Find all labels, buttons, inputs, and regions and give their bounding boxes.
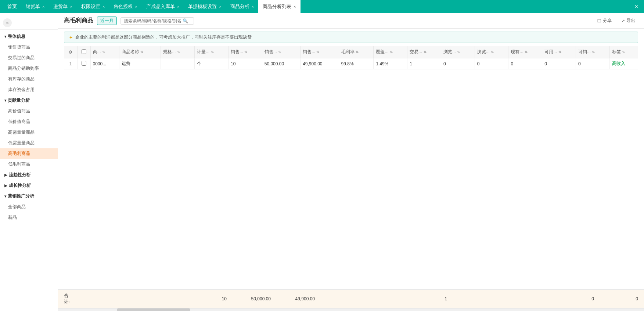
- close-nav-permissions[interactable]: ×: [102, 4, 105, 9]
- cell-num: 1: [64, 58, 77, 69]
- info-banner: ✦ 企业的主要的利润都是这部分商品创造的，可考虑加大推广，同时关注库存是不要出现…: [64, 32, 638, 43]
- share-icon: ❐: [597, 18, 601, 23]
- arrow-right-icon2: ▶: [4, 184, 7, 188]
- top-navigation: 首页 销货单 × 进货单 × 权限设置 × 角色授权 × 产成品入库单 × 单据…: [0, 0, 644, 13]
- nav-roles[interactable]: 角色授权 ×: [109, 0, 141, 13]
- footer-available: 0: [572, 296, 594, 301]
- nav-product-inbound[interactable]: 产成品入库单 ×: [142, 0, 184, 13]
- nav-analysis-list[interactable]: 商品分析列表 ×: [258, 0, 300, 13]
- sort-icon15: ⇅: [592, 50, 595, 54]
- sidebar-item-high-demand[interactable]: 高需量量商品: [0, 127, 58, 138]
- sidebar-item-inventory-capital[interactable]: 库存资金占用: [0, 84, 58, 95]
- sidebar-group-flow[interactable]: ▶ 流趋性分析: [0, 170, 58, 180]
- sidebar-item-low-demand[interactable]: 低需量量商品: [0, 138, 58, 148]
- close-nav-template[interactable]: ×: [219, 4, 221, 9]
- col-transactions[interactable]: 交易... ⇅: [407, 46, 441, 58]
- search-box: 🔍: [120, 17, 194, 25]
- sort-icon14: ⇅: [558, 50, 561, 54]
- col-sales-qty[interactable]: 销售... ⇅: [228, 46, 262, 58]
- sort-icon12: ⇅: [491, 50, 494, 54]
- cell-sales-cost: 49,900.00: [301, 58, 339, 69]
- col-unit[interactable]: 计量... ⇅: [195, 46, 229, 58]
- col-checkbox[interactable]: [77, 46, 90, 58]
- cell-tag: 高收入: [609, 58, 638, 69]
- sort-icon4: ⇅: [211, 50, 214, 54]
- close-nav-purchase[interactable]: ×: [70, 4, 72, 9]
- arrow-icon: ▾: [4, 98, 6, 102]
- col-browse1[interactable]: 浏览... ⇅: [441, 46, 475, 58]
- sidebar-item-new-goods[interactable]: 新品: [0, 212, 58, 223]
- nav-template[interactable]: 单据模板设置 ×: [184, 0, 226, 13]
- col-gross-rate[interactable]: 毛利率 ⇅: [339, 46, 374, 58]
- cell-unit: 个: [195, 58, 229, 69]
- footer-sales-qty: 10: [205, 296, 227, 301]
- export-button[interactable]: ↗ 导出: [618, 16, 638, 25]
- nav-home[interactable]: 首页: [3, 0, 21, 13]
- sidebar-item-in-stock-goods[interactable]: 有库存的商品: [0, 74, 58, 84]
- close-nav-analysis-list[interactable]: ×: [294, 4, 296, 9]
- close-nav-product-inbound[interactable]: ×: [177, 4, 179, 9]
- share-button[interactable]: ❐ 分享: [594, 16, 615, 25]
- arrow-icon2: ▾: [4, 194, 6, 198]
- nav-permissions[interactable]: 权限设置 ×: [77, 0, 109, 13]
- close-nav-analysis[interactable]: ×: [252, 4, 254, 9]
- sidebar-collapse-button[interactable]: «: [3, 18, 12, 27]
- sidebar-item-sales-goods[interactable]: 销售货商品: [0, 42, 58, 53]
- sidebar-group-contribution[interactable]: ▾ 贡献量分析: [0, 95, 58, 106]
- sidebar-item-high-margin[interactable]: 高毛利商品: [0, 148, 58, 159]
- sort-icon11: ⇅: [457, 50, 460, 54]
- cell-code: 0000...: [90, 58, 119, 69]
- table-header-row: ⚙ 商... ⇅ 商品名称 ⇅: [64, 46, 638, 58]
- sort-icon13: ⇅: [525, 50, 528, 54]
- cell-browse2: 0: [475, 58, 508, 69]
- sort-icon2: ⇅: [140, 50, 143, 54]
- row-checkbox[interactable]: [82, 61, 86, 66]
- nav-purchase[interactable]: 进货单 ×: [49, 0, 76, 13]
- cell-sales-qty: 10: [228, 58, 262, 69]
- col-sales-cost[interactable]: 销售... ⇅: [301, 46, 339, 58]
- col-tag[interactable]: 标签 ⇅: [609, 46, 638, 58]
- sidebar-item-all-goods[interactable]: 全部商品: [0, 202, 58, 212]
- col-sales-amount[interactable]: 销售... ⇅: [262, 46, 300, 58]
- col-name[interactable]: 商品名称 ⇅: [119, 46, 161, 58]
- col-browse2[interactable]: 浏览... ⇅: [475, 46, 508, 58]
- sidebar-item-traded-goods[interactable]: 交易过的商品: [0, 53, 58, 63]
- sidebar-item-low-margin[interactable]: 低毛利商品: [0, 159, 58, 170]
- sidebar-group-overall[interactable]: ▾ 整体信息: [0, 31, 58, 42]
- content-area: 高毛利商品 近一月 🔍 ❐ 分享 ↗ 导出 ✦ 企业的主要的利润都是这部分商品创…: [58, 13, 644, 311]
- window-close-button[interactable]: ×: [632, 3, 641, 10]
- export-icon: ↗: [621, 18, 625, 23]
- sidebar-item-distribution-rate[interactable]: 商品分销助购率: [0, 63, 58, 74]
- col-available[interactable]: 可用... ⇅: [542, 46, 576, 58]
- sort-icon3: ⇅: [177, 50, 180, 54]
- main-layout: « ▾ 整体信息 销售货商品 交易过的商品 商品分销助购率 有库存的商品 库存资…: [0, 13, 644, 311]
- search-input[interactable]: [124, 18, 183, 23]
- col-settings[interactable]: ⚙: [64, 46, 77, 58]
- close-nav-sales[interactable]: ×: [42, 4, 44, 9]
- date-filter-button[interactable]: 近一月: [97, 17, 117, 25]
- col-saleable[interactable]: 可销... ⇅: [576, 46, 610, 58]
- footer-sales-cost: 49,900.00: [293, 296, 315, 301]
- cell-checkbox[interactable]: [77, 58, 90, 69]
- search-icon[interactable]: 🔍: [183, 18, 188, 23]
- cell-spec: [161, 58, 195, 69]
- sidebar-group-marketing[interactable]: ▾ 营销推广分析: [0, 191, 58, 202]
- nav-sales[interactable]: 销货单 ×: [21, 0, 49, 13]
- sidebar-item-low-value[interactable]: 低价值商品: [0, 116, 58, 127]
- nav-analysis[interactable]: 商品分析 ×: [226, 0, 258, 13]
- content-header: 高毛利商品 近一月 🔍 ❐ 分享 ↗ 导出: [58, 13, 644, 29]
- sidebar-item-high-value[interactable]: 高价值商品: [0, 106, 58, 116]
- cell-browse1[interactable]: 0: [441, 58, 475, 69]
- page-title: 高毛利商品: [64, 17, 93, 25]
- sidebar-group-growth[interactable]: ▶ 成长性分析: [0, 180, 58, 191]
- col-code[interactable]: 商... ⇅: [90, 46, 119, 58]
- col-spec[interactable]: 规格... ⇅: [161, 46, 195, 58]
- arrow-right-icon: ▶: [4, 173, 7, 177]
- col-coverage[interactable]: 覆盖... ⇅: [374, 46, 407, 58]
- col-current-stock[interactable]: 现有... ⇅: [508, 46, 542, 58]
- cell-name: 运费: [119, 58, 161, 69]
- close-nav-roles[interactable]: ×: [135, 4, 137, 9]
- scrollbar-thumb[interactable]: [117, 308, 190, 311]
- horizontal-scrollbar[interactable]: [58, 308, 644, 311]
- select-all-checkbox[interactable]: [82, 49, 86, 54]
